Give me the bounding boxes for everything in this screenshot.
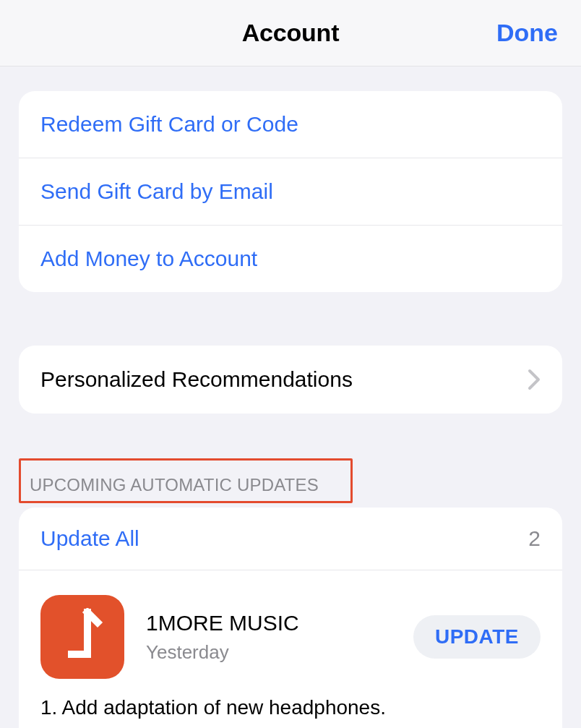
recommendations-row[interactable]: Personalized Recommendations bbox=[19, 346, 562, 414]
add-money-link[interactable]: Add Money to Account bbox=[19, 225, 562, 292]
page-title: Account bbox=[242, 19, 340, 47]
update-button[interactable]: UPDATE bbox=[413, 615, 541, 659]
nav-bar: Account Done bbox=[0, 0, 581, 67]
update-all-button[interactable]: Update All bbox=[40, 526, 139, 551]
redeem-link[interactable]: Redeem Gift Card or Code bbox=[19, 91, 562, 158]
app-row: 1MORE MUSIC Yesterday UPDATE bbox=[19, 570, 562, 692]
gift-card-section: Redeem Gift Card or Code Send Gift Card … bbox=[19, 91, 562, 292]
updates-count: 2 bbox=[528, 526, 541, 551]
app-icon[interactable] bbox=[40, 595, 124, 679]
send-gift-link[interactable]: Send Gift Card by Email bbox=[19, 158, 562, 225]
release-note-line: 1. Add adaptation of new headphones. bbox=[40, 692, 541, 723]
recommendations-label: Personalized Recommendations bbox=[40, 367, 353, 392]
chevron-right-icon bbox=[528, 369, 541, 390]
done-button[interactable]: Done bbox=[496, 19, 558, 47]
updates-card: Update All 2 1MORE MUSIC Yesterday UPDAT… bbox=[19, 508, 562, 728]
app-date: Yesterday bbox=[146, 641, 413, 664]
release-note-line: 2. Fixed known issues. bbox=[40, 723, 541, 728]
release-notes: 1. Add adaptation of new headphones. 2. … bbox=[19, 692, 562, 728]
section-header-text: UPCOMING AUTOMATIC UPDATES bbox=[30, 475, 333, 495]
upcoming-updates-header: UPCOMING AUTOMATIC UPDATES bbox=[19, 458, 562, 503]
update-all-row: Update All 2 bbox=[19, 508, 562, 570]
app-name: 1MORE MUSIC bbox=[146, 611, 413, 635]
